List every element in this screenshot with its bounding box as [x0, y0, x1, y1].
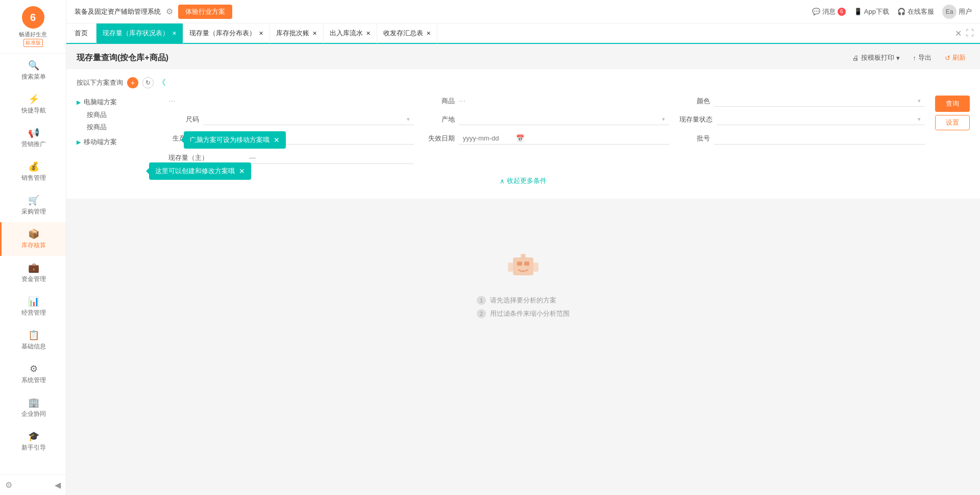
tab-expand-icon[interactable]: ⛶ — [966, 29, 974, 38]
sidebar-item-search[interactable]: 🔍 搜索菜单 — [0, 54, 66, 87]
page-header: 现存量查询(按仓库+商品) 🖨 按模板打印 ▾ ↑ 导出 ↺ 刷新 — [66, 44, 980, 68]
sidebar-item-guide[interactable]: 🎓 新手引导 — [0, 425, 66, 458]
expire-date-input[interactable] — [463, 134, 514, 142]
tab-inventory-distribution[interactable]: 现存量（库存分布表） ✕ — [183, 23, 270, 43]
tab-close-all-icon[interactable]: ✕ — [955, 29, 962, 38]
support-label: 在线客服 — [908, 7, 934, 16]
sidebar-item-quick[interactable]: ⚡ 快捷导航 — [0, 87, 66, 121]
sidebar-item-marketing[interactable]: 📢 营销推广 — [0, 121, 66, 155]
dots-menu-icon[interactable]: ··· — [168, 97, 175, 106]
message-label: 消息 — [822, 7, 836, 16]
purchase-icon: 🛒 — [28, 195, 39, 206]
size-select[interactable]: ▾ — [203, 114, 414, 125]
sales-icon: 💰 — [28, 161, 39, 172]
chevron-down-icon: ▾ — [896, 54, 900, 62]
filter-field-dots: ··· — [168, 97, 414, 106]
tab-close-icon[interactable]: ✕ — [426, 30, 431, 37]
export-btn[interactable]: ↑ 导出 — [909, 51, 936, 64]
tab-close-icon[interactable]: ✕ — [259, 30, 263, 37]
set-btn[interactable]: 设置 — [935, 115, 970, 130]
header-left: 装备及固定资产辅助管理系统 ⚙ 体验行业方案 — [75, 5, 232, 19]
sidebar-item-label: 营销推广 — [21, 140, 46, 149]
tooltip-pc-text: 电脑方案可设为移动方案哦 — [190, 135, 270, 145]
tab-label: 收发存汇总表 — [383, 29, 423, 38]
logo-text: 畅通好生意 — [19, 31, 47, 38]
experience-btn[interactable]: 体验行业方案 — [178, 5, 232, 19]
collapse-label: 收起更多条件 — [507, 176, 547, 185]
support-btn[interactable]: 🎧 在线客服 — [897, 7, 934, 16]
sidebar-item-system[interactable]: ⚙ 系统管理 — [0, 357, 66, 391]
expire-date-field[interactable]: 📅 — [459, 132, 670, 145]
message-btn[interactable]: 💬 消息 6 — [812, 7, 846, 16]
tab-inventory-batch[interactable]: 库存批次账 ✕ — [270, 23, 324, 43]
collapse-sidebar-icon[interactable]: ◀ — [55, 480, 61, 490]
sidebar-item-finance[interactable]: 💼 资金管理 — [0, 256, 66, 290]
color-select[interactable]: ▾ — [714, 96, 925, 107]
sidebar-item-label: 企业协同 — [21, 410, 46, 418]
tooltip-pc-close[interactable]: ✕ — [274, 136, 280, 144]
scheme-sub-item[interactable]: 按商品 — [87, 109, 158, 121]
filter-field-expire-date: 失效日期 📅 — [424, 132, 670, 145]
operation-icon: 📊 — [28, 296, 39, 307]
scheme-tree-panel: ▶ 电脑端方案 按商品 按商品 ▶ 移动端方案 — [77, 96, 158, 171]
scheme-group-pc-header[interactable]: ▶ 电脑端方案 — [77, 96, 158, 109]
goods-dots-icon[interactable]: ··· — [459, 97, 465, 106]
gear-icon[interactable]: ⚙ — [166, 7, 173, 16]
scheme-sub-item[interactable]: 按商品 — [87, 121, 158, 133]
cursor-dot — [191, 138, 196, 143]
empty-steps: 1 请先选择要分析的方案 2 用过滤条件来缩小分析范围 — [477, 296, 570, 322]
tab-inventory-status[interactable]: 现存量（库存状况表） ✕ — [96, 23, 183, 43]
refresh-btn[interactable]: ↺ 刷新 — [941, 51, 970, 64]
batch-input[interactable] — [714, 132, 925, 145]
message-badge: 6 — [838, 8, 846, 16]
filter-action-buttons: 查询 设置 — [935, 96, 970, 171]
sidebar-menu: 🔍 搜索菜单 ⚡ 快捷导航 📢 营销推广 💰 销售管理 🛒 采购管理 📦 库存核… — [0, 54, 66, 475]
quick-icon: ⚡ — [28, 93, 39, 105]
sidebar-item-purchase[interactable]: 🛒 采购管理 — [0, 188, 66, 222]
sidebar-item-sales[interactable]: 💰 销售管理 — [0, 155, 66, 188]
refresh-icon: ↺ — [945, 54, 950, 62]
origin-label: 产地 — [424, 115, 455, 124]
step-num-2: 2 — [477, 309, 486, 318]
print-btn[interactable]: 🖨 按模板打印 ▾ — [848, 51, 904, 64]
app-download-btn[interactable]: 📱 App下载 — [854, 7, 889, 16]
sidebar-item-operation[interactable]: 📊 经营管理 — [0, 290, 66, 323]
tab-close-icon[interactable]: ✕ — [366, 30, 371, 37]
stock-status-select[interactable]: ▾ — [717, 114, 925, 125]
tooltip-create-close[interactable]: ✕ — [239, 167, 245, 175]
sidebar-bottom: ⚙ ◀ — [0, 475, 66, 495]
range-dash: — — [249, 154, 256, 161]
origin-select[interactable]: ▾ — [459, 114, 670, 125]
filter-label: 按以下方案查询 — [77, 78, 123, 87]
tab-inout-flow[interactable]: 出入库流水 ✕ — [324, 23, 377, 43]
scheme-group-mobile: ▶ 移动端方案 — [77, 135, 158, 149]
svg-rect-0 — [513, 257, 533, 275]
tab-close-icon[interactable]: ✕ — [172, 30, 177, 37]
user-label: 用户 — [959, 7, 972, 16]
refresh-scheme-btn[interactable]: ↻ — [142, 77, 154, 88]
top-header: 装备及固定资产辅助管理系统 ⚙ 体验行业方案 💬 消息 6 📱 App下载 🎧 … — [66, 0, 980, 23]
sidebar-item-basic[interactable]: 📋 基础信息 — [0, 323, 66, 357]
filter-row-2: 尺码 ▾ 产地 ▾ 现存量状态 — [168, 114, 925, 125]
scheme-group-mobile-header[interactable]: ▶ 移动端方案 — [77, 135, 158, 149]
search-btn[interactable]: 查询 — [935, 96, 970, 112]
sidebar-item-label: 采购管理 — [21, 207, 46, 216]
calendar-icon[interactable]: 📅 — [516, 134, 524, 142]
tab-label: 库存批次账 — [276, 29, 309, 38]
sidebar-item-enterprise[interactable]: 🏢 企业协同 — [0, 391, 66, 425]
sidebar-item-label: 快捷导航 — [21, 106, 46, 115]
scheme-mobile-label: 移动端方案 — [84, 137, 117, 147]
page-actions: 🖨 按模板打印 ▾ ↑ 导出 ↺ 刷新 — [848, 51, 970, 64]
user-btn[interactable]: Ea 用户 — [942, 5, 972, 19]
tab-stock-summary[interactable]: 收发存汇总表 ✕ — [377, 23, 437, 43]
stock-range-min[interactable] — [216, 154, 247, 161]
collapse-btn[interactable]: ∧ 收起更多条件 — [500, 176, 547, 185]
add-scheme-btn[interactable]: + — [127, 77, 138, 88]
stock-main-label: 现存量（主） — [168, 153, 208, 162]
settings-bottom-icon[interactable]: ⚙ — [5, 480, 12, 490]
back-scheme-btn[interactable]: 《 — [158, 78, 166, 88]
tab-close-icon[interactable]: ✕ — [312, 30, 317, 37]
tab-home[interactable]: 首页 — [66, 23, 96, 43]
logo-icon: 6 — [22, 6, 44, 29]
sidebar-item-inventory[interactable]: 📦 库存核算 — [0, 222, 66, 256]
